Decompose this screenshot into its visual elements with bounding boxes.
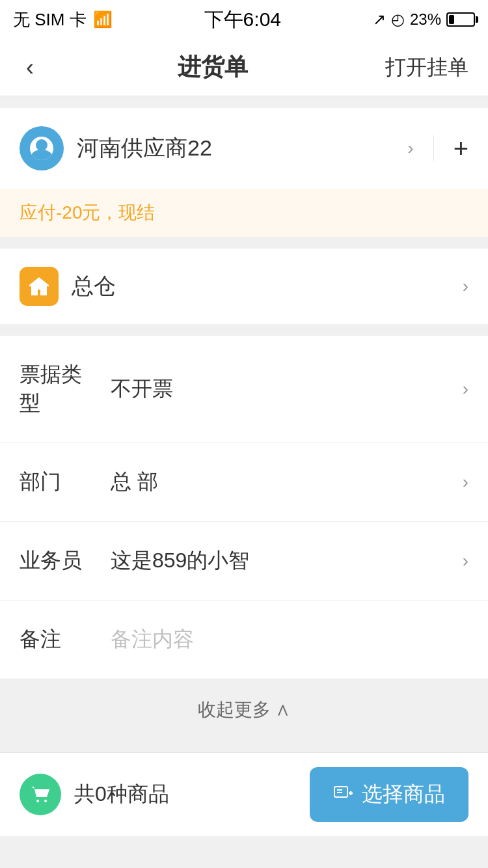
status-time: 下午6:04 xyxy=(204,7,281,33)
collapse-label: 收起更多 ∧ xyxy=(198,698,291,722)
collapse-section[interactable]: 收起更多 ∧ xyxy=(0,679,488,740)
notice-banner: 应付-20元，现结 xyxy=(0,189,488,237)
open-pending-button[interactable]: 打开挂单 xyxy=(385,53,468,82)
section-divider-1 xyxy=(0,96,488,108)
avatar-person-icon xyxy=(30,137,53,160)
salesperson-chevron-icon: › xyxy=(463,550,468,571)
location-icon: ↗ xyxy=(373,10,386,29)
warehouse-chevron-icon: › xyxy=(463,276,468,297)
remark-input[interactable]: 备注内容 xyxy=(98,625,468,654)
department-label: 部门 xyxy=(20,468,98,496)
department-row[interactable]: 部门 总 部 › xyxy=(0,442,488,521)
status-right: ↗ ◴ 23% xyxy=(373,10,475,29)
vertical-divider xyxy=(433,135,434,161)
warehouse-row[interactable]: 总仓 › xyxy=(0,249,488,324)
bottom-bar: 共0种商品 选择商品 xyxy=(0,752,488,836)
salesperson-value: 这是859的小智 xyxy=(98,547,463,575)
form-section: 票据类型 不开票 › 部门 总 部 › 业务员 这是859的小智 › 备注 备注… xyxy=(0,336,488,740)
supplier-row[interactable]: 河南供应商22 › + xyxy=(0,108,488,189)
department-value: 总 部 xyxy=(98,468,463,496)
salesperson-row[interactable]: 业务员 这是859的小智 › xyxy=(0,521,488,600)
select-product-button[interactable]: 选择商品 xyxy=(310,767,468,822)
alarm-icon: ◴ xyxy=(391,10,405,29)
status-bar: 无 SIM 卡 📶 下午6:04 ↗ ◴ 23% xyxy=(0,0,488,39)
salesperson-label: 业务员 xyxy=(20,547,98,575)
house-icon xyxy=(27,275,51,298)
select-product-icon xyxy=(333,784,354,805)
select-product-label: 选择商品 xyxy=(362,780,445,809)
supplier-chevron-icon: › xyxy=(407,138,413,159)
status-left: 无 SIM 卡 📶 xyxy=(13,8,113,31)
battery-icon xyxy=(446,12,475,27)
wifi-icon: 📶 xyxy=(93,10,113,29)
invoice-type-row[interactable]: 票据类型 不开票 › xyxy=(0,336,488,442)
nav-bar: ‹ 进货单 打开挂单 xyxy=(0,39,488,96)
invoice-type-label: 票据类型 xyxy=(20,360,98,418)
section-divider-2 xyxy=(0,237,488,249)
department-chevron-icon: › xyxy=(463,472,468,493)
supplier-name: 河南供应商22 xyxy=(77,133,407,163)
add-supplier-button[interactable]: + xyxy=(454,134,468,163)
carrier-text: 无 SIM 卡 xyxy=(13,8,87,31)
product-count-text: 共0种商品 xyxy=(74,780,310,809)
back-button[interactable]: ‹ xyxy=(20,47,40,88)
warehouse-name: 总仓 xyxy=(72,271,463,301)
warehouse-icon xyxy=(20,267,59,306)
svg-point-1 xyxy=(44,800,47,802)
supplier-section: 河南供应商22 › + 应付-20元，现结 xyxy=(0,108,488,237)
invoice-type-value: 不开票 xyxy=(98,375,463,403)
page-title: 进货单 xyxy=(178,51,248,83)
supplier-avatar xyxy=(20,126,64,170)
remark-row[interactable]: 备注 备注内容 xyxy=(0,600,488,679)
supplier-right: › + xyxy=(407,134,468,163)
remark-label: 备注 xyxy=(20,625,98,654)
invoice-type-chevron-icon: › xyxy=(463,379,468,400)
product-icon xyxy=(20,774,61,815)
battery-percent: 23% xyxy=(410,10,441,29)
notice-text: 应付-20元，现结 xyxy=(20,202,155,223)
svg-point-0 xyxy=(36,800,39,802)
warehouse-section: 总仓 › xyxy=(0,249,488,324)
cart-icon xyxy=(29,783,52,806)
section-divider-3 xyxy=(0,324,488,336)
